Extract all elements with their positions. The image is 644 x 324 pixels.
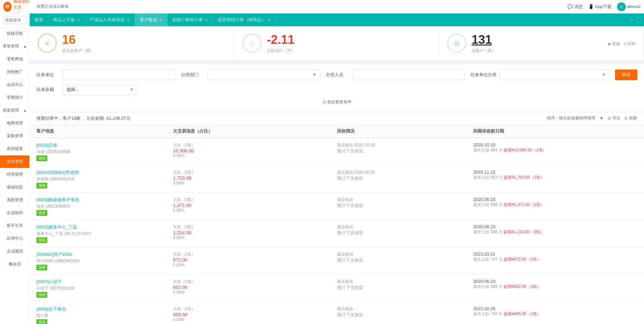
sidebar-item-member[interactable]: 会员中心: [0, 79, 29, 91]
tab-close-customer-account[interactable]: ✕: [159, 18, 162, 22]
last-collect: 最近收款: [337, 197, 474, 203]
overdue-amount-link[interactable]: 超期¥10,000.00（1笔）: [504, 148, 547, 152]
tab-close-product-history[interactable]: ✕: [127, 18, 130, 22]
debt-count: 欠款（1笔）: [173, 279, 337, 285]
debt-amount: 1,214.00: [173, 230, 337, 235]
stat-info-debt: 16 总欠款客户（家）: [62, 33, 94, 54]
debt-percent: 0.00%: [173, 181, 337, 185]
user-profile[interactable]: D demo2: [617, 2, 641, 11]
result-info: 搜索结果中，客户16家， 欠款金额 -21,148.07元: [36, 115, 131, 121]
customer-contact: 吕俊 13026203696: [36, 149, 173, 155]
overdue-amount-link[interactable]: 超期¥652.00（1笔）: [504, 284, 541, 289]
filter-input-from-unit[interactable]: ···: [63, 69, 176, 80]
overdue-amount-link[interactable]: 超期¥455.90（1笔）: [504, 312, 541, 316]
return-col: 最近收款 预计下次收款: [337, 279, 474, 291]
tab-close-purchase-order[interactable]: ✕: [205, 18, 208, 22]
date-col: 2020.06.23 最长欠款 998 天 超期¥1,214.00（3笔）: [473, 224, 637, 235]
sidebar-item-ecommerce[interactable]: 电商管理: [0, 117, 29, 130]
export-icon: ⊙: [608, 116, 611, 121]
filter-item-balance: 往来余额 选择... ▼: [36, 84, 138, 95]
tab-close-purchase-stats[interactable]: ✕: [268, 18, 271, 22]
sidebar-item-quick-nav[interactable]: 快捷导航: [0, 27, 29, 40]
sidebar-item-retail-mall[interactable]: 零售商城: [0, 53, 29, 66]
tab-close-product-shelf[interactable]: ✕: [77, 18, 80, 22]
sidebar-item-enterprise[interactable]: 企业协同: [0, 207, 29, 219]
refresh-icon: ⊙: [624, 116, 628, 121]
overdue-days: 最长欠款 747 天 超期¥672.00（1笔）: [473, 257, 637, 262]
customer-name-link[interactable]: [0007]小进干: [36, 279, 62, 284]
tab-action-maximize[interactable]: ⛶: [636, 18, 641, 23]
sidebar-item-weixin[interactable]: 企业微信: [0, 245, 29, 258]
customer-name-link[interactable]: [000002]用户2050: [36, 252, 72, 257]
customer-name-link[interactable]: [0002]服务中心_丁磊: [36, 225, 77, 230]
refresh-action[interactable]: ⊙ 刷新: [624, 115, 637, 121]
due-date: 2021.02.26: [473, 306, 637, 311]
sidebar-item-purchase[interactable]: 采购管理: [0, 130, 29, 143]
search-input[interactable]: [3, 16, 27, 24]
search-button[interactable]: 查询: [615, 69, 637, 80]
export-action[interactable]: ⊙ 导出: [608, 115, 620, 121]
debt-col: 欠款（1笔） 10,000.00 0.00%: [173, 142, 337, 158]
debt-amount: 1,471.00: [173, 203, 337, 208]
tab-customer-account[interactable]: 客户账本 ✕: [135, 13, 167, 26]
tab-purchase-stats[interactable]: 进货单统计表（按商品） ✕: [213, 13, 276, 26]
customer-name-link[interactable]: [0003]畅捷服务尹海燕: [36, 197, 79, 202]
overdue-amount-link[interactable]: 超期¥1,471.00（1笔）: [504, 202, 544, 207]
overdue-amount-link[interactable]: 超期¥1,703.68（1笔）: [504, 175, 544, 180]
help-action[interactable]: ⊙ 帮助: [623, 41, 636, 47]
sidebar-item-retail-stats[interactable]: 零售统计: [0, 91, 29, 104]
filter-select-balance[interactable]: 选择... ▼: [63, 84, 138, 95]
customer-name-link[interactable]: [00010200001]李老师: [36, 170, 79, 175]
filter-select-dept[interactable]: ▼: [207, 69, 320, 80]
sidebar-item-inventory[interactable]: 库存核算: [0, 143, 29, 155]
tab-purchase-order[interactable]: 采购订单统计表 ✕: [167, 13, 213, 26]
filter-input-manager[interactable]: ···: [352, 69, 465, 80]
sidebar-item-marketing[interactable]: 营销推广: [0, 66, 29, 79]
sidebar-item-member2[interactable]: 畅会员: [0, 258, 29, 271]
tab-home[interactable]: 首页: [30, 13, 48, 26]
sort-arrow-icon: ▼: [599, 116, 604, 121]
sidebar: 快捷导航 零售管理 ▲ 零售商城 营销推广 会员中心 零售统计 批发管理 ▲ 电…: [0, 13, 30, 324]
sidebar-item-operation[interactable]: 经营管理: [0, 168, 29, 181]
sidebar-item-retail-mgmt[interactable]: 零售管理 ▲: [0, 40, 29, 53]
app-download-action[interactable]: 📱 App下载: [588, 4, 612, 10]
filter-item-dept: 分管部门 ▼: [181, 69, 320, 80]
stat-icon-total-debt: ◇: [243, 34, 261, 53]
customer-name-link[interactable]: [0016]吕俊: [36, 143, 57, 148]
tab-action-minimize[interactable]: —: [629, 18, 634, 23]
filter-item-manager: 分管人员 ···: [326, 69, 465, 80]
message-action[interactable]: 💬 消息: [567, 4, 583, 10]
overdue-amount-link[interactable]: 超期¥672.00（1笔）: [504, 257, 541, 262]
customer-info-col: [0002]服务中心_丁磊 服务中心_丁磊 181 0125 8371 现销: [36, 224, 173, 243]
stat-card-total-customers: ▦ 131 总客户（家） ▶ 视频 ⊙ 帮助: [439, 26, 644, 60]
sidebar-item-basic-info[interactable]: 基础信息: [0, 181, 29, 194]
tab-product-shelf[interactable]: 商品上下架 ✕: [48, 13, 85, 26]
sidebar-item-batch-mgmt[interactable]: 批发管理 ▲: [0, 104, 29, 117]
debt-amount: 1,703.68: [173, 175, 337, 181]
overdue-amount-link[interactable]: 超期¥1,214.00（3笔）: [504, 230, 544, 234]
debt-count: 欠款（1笔）: [173, 142, 337, 148]
customer-contact: 陈小希: [36, 313, 173, 319]
customer-name-link[interactable]: [0006]去下粮仓: [36, 306, 66, 312]
video-action[interactable]: ▶ 视频: [608, 41, 620, 47]
return-col: 最近收款 预计下次收款: [337, 224, 474, 236]
overdue-days: 最长欠款 998 天 超期¥1,471.00（1笔）: [473, 202, 637, 208]
date-col: 2020.06.23 最长欠款 998 天 超期¥652.00（1笔）: [473, 279, 637, 290]
debt-percent: 0.00%: [173, 153, 337, 158]
sidebar-item-guide[interactable]: 新手引导: [0, 219, 29, 232]
filter-section: 往来单位 ··· 分管部门 ▼: [30, 64, 644, 112]
tab-product-history[interactable]: 产成品入库单历史 ✕: [85, 13, 135, 26]
customer-tag: 现销: [36, 210, 47, 216]
sidebar-item-apps[interactable]: 应用中心: [0, 232, 29, 245]
avatar: D: [617, 2, 626, 11]
debt-count: 欠款（3笔）: [173, 224, 337, 230]
filter-select-unit-category[interactable]: ▼: [499, 69, 610, 80]
customer-tag: 现销: [36, 292, 47, 298]
return-col: 最近收款 预计下次收款: [337, 252, 474, 263]
sidebar-item-finance[interactable]: 资金管理: [0, 155, 29, 168]
collapse-button[interactable]: ⋀ 收起更多条件: [319, 98, 355, 106]
customer-info-col: [000002]用户2050 用户2050 18665062050 现销: [36, 252, 173, 270]
customer-contact: 海燕 18513066976: [36, 204, 173, 209]
debt-percent: 0.00%: [173, 290, 337, 295]
sidebar-item-system[interactable]: 系统管理: [0, 194, 29, 207]
